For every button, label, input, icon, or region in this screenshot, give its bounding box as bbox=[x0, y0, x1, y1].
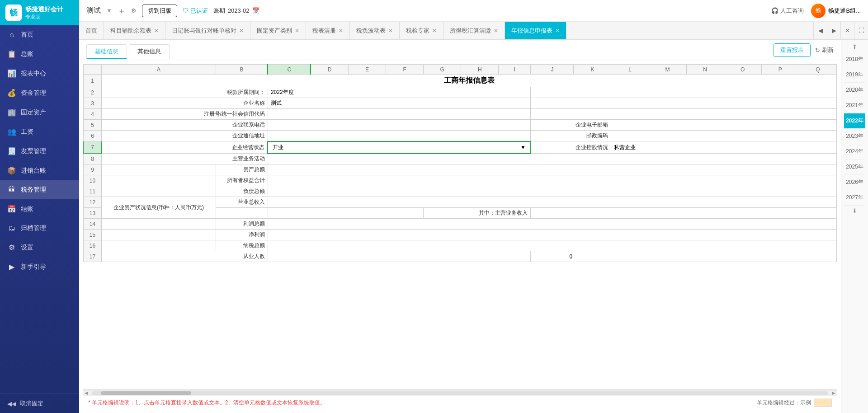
row17-value2[interactable]: 0 bbox=[531, 251, 611, 262]
reset-button[interactable]: 重置报表 bbox=[774, 43, 811, 57]
sidebar-item-payroll[interactable]: 👥工资 bbox=[0, 122, 79, 141]
year-item-2023[interactable]: 2023年 bbox=[844, 129, 865, 144]
guide-icon: ▶ bbox=[7, 263, 16, 271]
row-num: 5 bbox=[84, 120, 102, 131]
footer-example-box bbox=[814, 399, 832, 407]
row10-value[interactable] bbox=[268, 175, 836, 186]
row12-revenue-value[interactable] bbox=[268, 197, 836, 208]
tabs-close-button[interactable]: ✕ bbox=[841, 22, 854, 40]
year-item-2022[interactable]: 2022年 bbox=[844, 113, 865, 129]
tab-close-assets[interactable]: ✕ bbox=[295, 28, 299, 34]
user-menu[interactable]: 畅 畅捷通B组... bbox=[811, 4, 861, 18]
tab-taxwave[interactable]: 税负波动表✕ bbox=[350, 22, 400, 40]
topbar-add-icon[interactable]: ＋ bbox=[118, 5, 126, 16]
tabs-expand-button[interactable]: ⛶ bbox=[854, 22, 868, 40]
col-header-j: J bbox=[531, 65, 574, 75]
row8-value[interactable] bbox=[268, 154, 836, 164]
row5-email-value[interactable] bbox=[611, 120, 837, 131]
sidebar-item-inventory[interactable]: 📦进销台账 bbox=[0, 161, 79, 180]
row4-empty[interactable] bbox=[531, 109, 837, 120]
row6-zip-value[interactable] bbox=[611, 131, 837, 141]
tab-close-journal[interactable]: ✕ bbox=[239, 28, 244, 34]
tab-taxreturn[interactable]: 税表清册✕ bbox=[306, 22, 350, 40]
topbar-gear-icon[interactable]: ⚙ bbox=[131, 7, 137, 14]
tab-close-taxcheck[interactable]: ✕ bbox=[432, 28, 437, 34]
table-row: 6 企业通信地址 邮政编码 bbox=[84, 131, 837, 141]
sidebar-item-funds[interactable]: 💰资金管理 bbox=[0, 83, 79, 103]
sidebar-item-assets[interactable]: 🏢固定资产 bbox=[0, 103, 79, 122]
row13-main-revenue-value[interactable] bbox=[531, 208, 837, 219]
row15-value[interactable] bbox=[268, 230, 836, 240]
tab-close-annual[interactable]: ✕ bbox=[555, 28, 560, 34]
calendar-icon[interactable]: 📅 bbox=[252, 7, 259, 14]
sub-tabs-left: 基础信息 其他信息 bbox=[86, 44, 170, 59]
row6-address[interactable] bbox=[268, 131, 531, 141]
tab-close-aux[interactable]: ✕ bbox=[154, 28, 159, 34]
row17-value3[interactable] bbox=[611, 251, 837, 262]
table-row: 16 纳税总额 bbox=[84, 240, 837, 251]
tab-close-taxwave[interactable]: ✕ bbox=[388, 28, 393, 34]
sidebar-item-ledger[interactable]: 📋总账 bbox=[0, 44, 79, 64]
scroll-left-icon[interactable]: ◀ bbox=[83, 390, 90, 395]
year-item-2020[interactable]: 2020年 bbox=[844, 83, 865, 98]
row7-holding-value[interactable]: 私营企业 bbox=[611, 141, 837, 154]
row5-phone[interactable] bbox=[268, 120, 531, 131]
sub-tab-basic[interactable]: 基础信息 bbox=[86, 44, 127, 59]
tab-journal[interactable]: 日记账与银行对账单核对✕ bbox=[165, 22, 250, 40]
row9-value[interactable] bbox=[268, 164, 836, 175]
row16-value[interactable] bbox=[268, 240, 836, 251]
h-scrollbar[interactable]: ◀ ▶ bbox=[83, 390, 837, 395]
tabs-bar: 首页 科目辅助余额表✕日记账与银行对账单核对✕固定资产类别✕税表清册✕税负波动表… bbox=[79, 22, 868, 40]
year-nav-down-button[interactable]: ⬇ bbox=[841, 206, 868, 216]
dropdown-container[interactable]: 开业 ▼ bbox=[271, 143, 528, 152]
year-nav-up-button[interactable]: ⬆ bbox=[841, 42, 868, 52]
sidebar-item-guide[interactable]: ▶新手引导 bbox=[0, 257, 79, 277]
tab-home[interactable]: 首页 bbox=[79, 22, 104, 40]
tab-assets[interactable]: 固定资产类别✕ bbox=[250, 22, 306, 40]
sheet-title-cell[interactable]: 工商年报信息表 bbox=[102, 75, 837, 87]
archive-icon: 🗂 bbox=[7, 224, 16, 232]
consult-button[interactable]: 🎧 人工咨询 bbox=[771, 7, 804, 15]
row11-value[interactable] bbox=[268, 186, 836, 197]
sidebar-item-close[interactable]: 📅结账 bbox=[0, 199, 79, 219]
tabs-prev-button[interactable]: ◀ bbox=[814, 22, 827, 40]
sub-tab-other[interactable]: 其他信息 bbox=[129, 44, 170, 59]
row2-empty[interactable] bbox=[531, 87, 837, 98]
spreadsheet[interactable]: A B C D E F G H I J K L bbox=[83, 64, 837, 390]
year-item-2021[interactable]: 2021年 bbox=[844, 98, 865, 113]
tab-aux[interactable]: 科目辅助余额表✕ bbox=[104, 22, 165, 40]
sidebar-item-home[interactable]: ⌂首页 bbox=[0, 25, 79, 44]
sidebar-item-reports[interactable]: 📊报表中心 bbox=[0, 64, 79, 83]
pin-button[interactable]: ◀◀ 取消固定 bbox=[0, 394, 79, 413]
year-item-2026[interactable]: 2026年 bbox=[844, 175, 865, 190]
tabs-next-button[interactable]: ▶ bbox=[827, 22, 841, 40]
year-item-2025[interactable]: 2025年 bbox=[844, 160, 865, 175]
sidebar-item-invoice[interactable]: 🧾发票管理 bbox=[0, 141, 79, 161]
sidebar-item-archive[interactable]: 🗂归档管理 bbox=[0, 219, 79, 238]
row17-value1[interactable] bbox=[268, 251, 531, 262]
row14-value[interactable] bbox=[268, 219, 836, 230]
row7-status-dropdown[interactable]: 开业 ▼ bbox=[268, 141, 531, 154]
row3-empty[interactable] bbox=[531, 98, 837, 109]
dropdown-arrow-icon[interactable]: ▼ bbox=[520, 144, 526, 150]
year-item-2019[interactable]: 2019年 bbox=[844, 67, 865, 83]
tab-annual[interactable]: 年报信息申报表✕ bbox=[505, 22, 566, 40]
year-item-2024[interactable]: 2024年 bbox=[844, 144, 865, 160]
tab-income[interactable]: 所得税汇算清缴✕ bbox=[443, 22, 505, 40]
scroll-right-icon[interactable]: ▶ bbox=[830, 390, 837, 395]
year-item-2018[interactable]: 2018年 bbox=[844, 52, 865, 67]
h-scroll-thumb[interactable] bbox=[101, 391, 191, 395]
row4-value[interactable] bbox=[268, 109, 531, 120]
tab-close-taxreturn[interactable]: ✕ bbox=[339, 28, 343, 34]
refresh-button[interactable]: ↻ 刷新 bbox=[815, 46, 834, 54]
row-num: 7 bbox=[84, 141, 102, 154]
row3-value[interactable]: 测试 bbox=[268, 98, 531, 109]
tab-taxcheck[interactable]: 税检专家✕ bbox=[400, 22, 443, 40]
topbar-chevron-icon[interactable]: ▼ bbox=[106, 7, 112, 14]
switch-version-button[interactable]: 切到旧版 bbox=[142, 5, 177, 17]
row2-value[interactable]: 2022年度 bbox=[268, 87, 531, 98]
tab-close-income[interactable]: ✕ bbox=[494, 28, 498, 34]
year-item-2027[interactable]: 2027年 bbox=[844, 190, 865, 206]
sidebar-item-tax[interactable]: 🏛税务管理 bbox=[0, 180, 79, 199]
sidebar-item-settings[interactable]: ⚙设置 bbox=[0, 238, 79, 257]
